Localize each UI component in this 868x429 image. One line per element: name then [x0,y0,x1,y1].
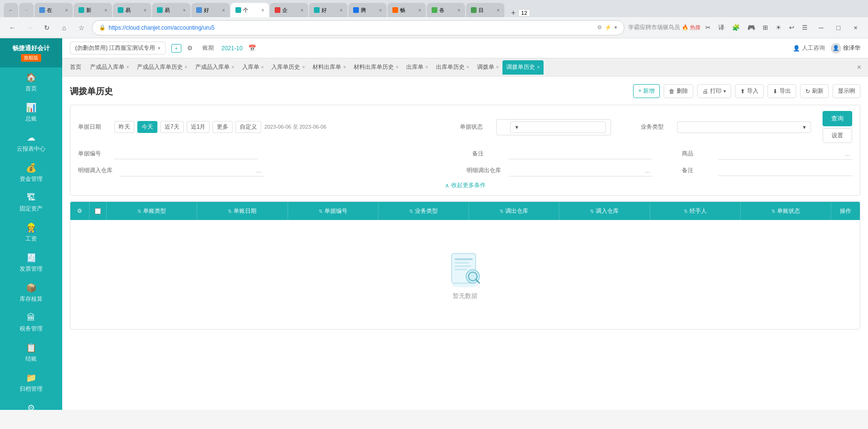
browser-tab-11[interactable]: 目 × [466,3,504,17]
tab-product-in-history-close[interactable]: × [185,65,188,70]
tab-material-out-close[interactable]: × [343,65,346,70]
tab-home[interactable]: 首页 [65,60,86,75]
tab-material-out[interactable]: 材料出库单 × [309,60,350,75]
collapse-btn[interactable]: ∧ 收起更多条件 [445,181,486,189]
tab-product-in2[interactable]: 产成品入库单 × [191,60,238,75]
bookmark-btn[interactable]: ☆ [75,21,88,34]
tab-transfer-history[interactable]: 调拨单历史 × [502,60,544,75]
browser-tab-8[interactable]: 腾 × [348,3,387,17]
tab-in[interactable]: 入库单 × [238,60,268,75]
tab-out-close[interactable]: × [425,65,428,70]
display-setting-btn[interactable]: 显示咧 [833,84,860,98]
translate-icon[interactable]: 译 [715,22,727,34]
maximize-btn[interactable]: □ [832,21,845,34]
browser-tab-10[interactable]: 各 × [427,3,465,17]
close-browser-btn[interactable]: × [849,21,862,34]
tab-out-history[interactable]: 出库单历史 × [432,60,473,75]
brightness-icon[interactable]: ☀ [773,22,784,33]
filter-settings-btn[interactable]: 设置 [823,128,852,143]
goods-input[interactable] [718,150,843,157]
browser-tab-9[interactable]: 畅 × [388,3,426,17]
tab-product-in[interactable]: 产成品入库单 × [86,60,133,75]
th-out-warehouse[interactable]: ⇅ 调出仓库 [469,202,559,220]
sidebar-item-tax[interactable]: 🏛 税务管理 [0,308,62,338]
browser-nav-back[interactable]: ← [4,3,18,17]
sidebar-item-settings[interactable]: ⚙ 基础设置 [0,398,62,410]
th-gear[interactable]: ⚙ [70,202,89,220]
tab-material-out-history-close[interactable]: × [396,65,399,70]
browser-nav-fwd[interactable]: → [19,3,33,17]
tab-in-history-close[interactable]: × [302,65,305,70]
th-doc-type[interactable]: ⇅ 单账类型 [107,202,197,220]
extension2-icon[interactable]: 🎮 [745,22,758,33]
sidebar-item-wages[interactable]: 👷 工资 [0,218,62,248]
tab-in-close[interactable]: × [261,65,264,70]
print-btn[interactable]: 🖨 打印 ▾ [697,84,731,98]
tab-out[interactable]: 出库单 × [402,60,432,75]
add-company-btn[interactable]: + [171,44,181,53]
sidebar-item-reports[interactable]: ☁ 云报表中心 [0,128,62,158]
tab-product-in2-close[interactable]: × [232,65,234,70]
th-check[interactable] [89,202,107,220]
browser-tab-active[interactable]: 个 × [231,3,269,17]
refresh-btn[interactable]: ↻ 刷新 [800,84,829,98]
sidebar-item-home[interactable]: 🏠 首页 [0,67,62,98]
tab-in-history[interactable]: 入库单历史 × [267,60,309,75]
undo-icon[interactable]: ↩ [786,22,797,33]
date-today-btn[interactable]: 今天 [137,121,157,133]
th-handler[interactable]: ⇅ 经手人 [650,202,741,220]
th-in-warehouse[interactable]: ⇅ 调入仓库 [559,202,650,220]
scissors-icon[interactable]: ✂ [702,22,713,33]
th-biz-type[interactable]: ⇅ 业务类型 [378,202,469,220]
tab-transfer-close[interactable]: × [496,65,499,70]
browser-tab-4[interactable]: 易 × [152,3,190,17]
forward-btn[interactable]: → [23,21,36,34]
sidebar-item-funds[interactable]: 💰 资金管理 [0,158,62,188]
status-select[interactable]: ▾ [496,119,611,135]
select-all-checkbox[interactable] [95,208,101,214]
home-btn[interactable]: ⌂ [57,21,71,34]
th-doc-date[interactable]: ⇅ 单账日期 [197,202,288,220]
calendar-icon[interactable]: 📅 [248,44,256,52]
export-btn[interactable]: ⬇ 导出 [768,84,796,98]
detail-in-ellipsis[interactable]: ... [254,166,264,174]
date-7days-btn[interactable]: 近7天 [160,121,184,133]
extension1-icon[interactable]: 🧩 [729,22,743,33]
detail-out-ellipsis[interactable]: ... [643,166,652,174]
new-tab-btn[interactable]: + [511,9,515,17]
customer-service-btn[interactable]: 👤 人工咨询 [793,44,825,52]
tab-out-history-close[interactable]: × [467,65,469,70]
tab-product-in-history[interactable]: 产成品入库单历史 × [133,60,191,75]
delete-btn[interactable]: 🗑 删除 [664,84,693,98]
date-yesterday-btn[interactable]: 昨天 [114,121,134,133]
tab-material-out-history[interactable]: 材料出库单历史 × [350,60,402,75]
sidebar-item-assets[interactable]: 🏗 固定资产 [0,188,62,218]
detail-in-input[interactable] [120,167,254,174]
grid-icon[interactable]: ⊞ [760,22,771,33]
back-btn[interactable]: ← [6,21,19,34]
tab-product-in-close[interactable]: × [126,65,129,70]
date-custom-btn[interactable]: 自定义 [235,121,261,133]
browser-tab-5[interactable]: 好 × [191,3,230,17]
company-selector[interactable]: (勿删勿禁用) 江西服宝测试专用 ▾ [70,42,166,55]
th-doc-no[interactable]: ⇅ 单据编号 [288,202,378,220]
note-input[interactable] [509,148,652,159]
company-settings-btn[interactable]: ⚙ [187,44,193,52]
sidebar-item-close[interactable]: 📋 结账 [0,338,62,368]
biz-type-select[interactable]: ▾ [677,121,811,133]
doc-no-input[interactable] [114,148,258,159]
address-bar[interactable]: 🔒 https://cloud.chanjet.com/accounting/u… [92,20,624,35]
note2-input[interactable] [718,165,852,176]
menu-icon[interactable]: ☰ [799,22,811,33]
minimize-btn[interactable]: ─ [814,21,828,34]
date-1month-btn[interactable]: 近1月 [187,121,210,133]
goods-ellipsis-btn[interactable]: ... [843,150,852,157]
browser-tab-2[interactable]: 新 × [74,3,112,17]
sidebar-item-archive[interactable]: 📁 归档管理 [0,368,62,398]
period-value[interactable]: 2021-10 [222,45,243,52]
tab-transfer[interactable]: 调拨单 × [473,60,503,75]
browser-tab-3[interactable]: 易 × [113,3,151,17]
import-btn[interactable]: ⬆ 导入 [735,84,764,98]
sidebar-item-ledger[interactable]: 📊 总账 [0,98,62,128]
refresh-btn[interactable]: ↻ [40,21,54,34]
